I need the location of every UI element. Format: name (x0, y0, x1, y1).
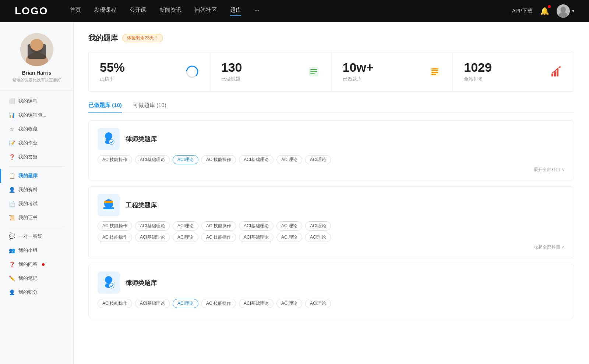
svg-rect-32 (103, 207, 114, 209)
tag-lawyer2-0[interactable]: ACI技能操作 (98, 299, 132, 308)
tag-eng-9[interactable]: ACI理论 (173, 233, 198, 242)
nav-opencourse[interactable]: 公开课 (130, 7, 146, 16)
bank-card-engineer: 工程类题库 ACI技能操作 ACI基础理论 ACI理论 ACI技能操作 ACI基… (88, 186, 574, 258)
sidebar-item-quizbank[interactable]: 📋 我的题库 (0, 169, 73, 183)
exam-icon: 📄 (9, 201, 15, 207)
stats-row: 55% 正确率 130 已做试题 (88, 52, 574, 92)
tag-eng-5[interactable]: ACI理论 (276, 221, 302, 231)
tag-eng-4[interactable]: ACI基础理论 (239, 221, 274, 231)
tag-eng-12[interactable]: ACI理论 (276, 233, 302, 242)
myqa-icon: ❓ (9, 261, 15, 267)
nav-quizbank[interactable]: 题库 (230, 7, 241, 16)
page-wrap: Brian Harris 错误的决定比没有决定要好 ⬜ 我的课程 📊 我的课程包… (0, 22, 589, 364)
tab-done-banks[interactable]: 已做题库 (10) (88, 102, 122, 113)
stat-accuracy-label: 正确率 (100, 76, 180, 82)
tag-lawyer-1-1[interactable]: ACI基础理论 (135, 155, 170, 164)
nav-more[interactable]: ··· (254, 7, 259, 16)
tag-lawyer-1-2[interactable]: ACI理论 (173, 155, 198, 164)
tag-lawyer2-4[interactable]: ACI基础理论 (239, 299, 274, 308)
notification-badge (548, 5, 551, 8)
tag-eng-3[interactable]: ACI技能操作 (201, 221, 236, 231)
stat-global-rank-label: 全站排名 (464, 76, 544, 82)
nav-discover[interactable]: 发现课程 (94, 7, 116, 16)
sidebar-item-qa[interactable]: ❓ 我的答疑 (0, 150, 73, 164)
bank-card-lawyer-1-header: 律师类题库 (98, 128, 565, 150)
tag-lawyer-1-0[interactable]: ACI技能操作 (98, 155, 132, 164)
sidebar-menu: ⬜ 我的课程 📊 我的课程包... ☆ 我的收藏 📝 我的作业 ❓ 我的答疑 📋 (0, 90, 73, 299)
tag-lawyer2-2[interactable]: ACI理论 (173, 299, 198, 308)
tag-lawyer2-1[interactable]: ACI基础理论 (135, 299, 170, 308)
nav-news[interactable]: 新闻资讯 (159, 7, 181, 16)
tag-eng-7[interactable]: ACI技能操作 (98, 233, 132, 242)
courses-icon: ⬜ (9, 98, 15, 104)
sidebar-item-homework[interactable]: 📝 我的作业 (0, 136, 73, 150)
course-package-icon: 📊 (9, 112, 15, 118)
sidebar-item-notes[interactable]: ✏️ 我的笔记 (0, 271, 73, 285)
sidebar-item-courses[interactable]: ⬜ 我的课程 (0, 94, 73, 108)
sidebar-item-course-package[interactable]: 📊 我的课程包... (0, 108, 73, 122)
svg-point-10 (189, 69, 195, 75)
app-download-label[interactable]: APP下载 (512, 8, 533, 14)
tag-lawyer2-5[interactable]: ACI理论 (276, 299, 302, 308)
points-icon: 👤 (9, 289, 15, 295)
tag-eng-8[interactable]: ACI基础理论 (135, 233, 170, 242)
homework-icon: 📝 (9, 140, 15, 146)
stat-global-rank-icon (550, 65, 563, 78)
notification-bell[interactable]: 🔔 (540, 7, 549, 15)
collapse-engineer[interactable]: 收起全部科目 ∧ (98, 244, 565, 250)
tag-lawyer2-3[interactable]: ACI技能操作 (201, 299, 236, 308)
sidebar-item-certificate[interactable]: 📜 我的证书 (0, 211, 73, 225)
bank-card-lawyer-2: 律师类题库 ACI技能操作 ACI基础理论 ACI理论 ACI技能操作 ACI基… (88, 264, 574, 318)
tag-lawyer-1-4[interactable]: ACI基础理论 (239, 155, 274, 164)
stat-accuracy-value: 55% (100, 61, 180, 74)
svg-rect-18 (431, 72, 438, 73)
svg-rect-22 (557, 69, 558, 76)
user-avatar-wrap[interactable]: ▾ (557, 4, 574, 18)
tag-lawyer-1-3[interactable]: ACI技能操作 (201, 155, 236, 164)
profile-name: Brian Harris (22, 70, 51, 76)
sidebar-item-favorites[interactable]: ☆ 我的收藏 (0, 122, 73, 136)
page-header: 我的题库 体验剩余23天！ (88, 33, 574, 43)
svg-rect-14 (310, 73, 315, 74)
tag-eng-13[interactable]: ACI理论 (305, 233, 331, 242)
navbar-right: APP下载 🔔 ▾ (512, 4, 574, 18)
sidebar-divider-2 (9, 227, 64, 227)
svg-point-7 (30, 39, 43, 51)
certificate-icon: 📜 (9, 215, 15, 221)
tag-eng-11[interactable]: ACI基础理论 (239, 233, 274, 242)
sidebar-item-group[interactable]: 👥 我的小组 (0, 243, 73, 257)
svg-rect-19 (431, 74, 436, 75)
profile-icon: 👤 (9, 187, 15, 193)
sidebar-label-group: 我的小组 (18, 247, 38, 254)
tabs-bar: 已做题库 (10) 可做题库 (10) (88, 102, 574, 113)
tag-eng-0[interactable]: ACI技能操作 (98, 221, 132, 231)
sidebar-item-profile[interactable]: 👤 我的资料 (0, 183, 73, 197)
1on1-icon: 💬 (9, 233, 15, 239)
nav-qa[interactable]: 问答社区 (195, 7, 217, 16)
svg-rect-12 (310, 69, 317, 70)
bank-title-lawyer-2: 律师类题库 (126, 279, 157, 287)
tag-eng-6[interactable]: ACI理论 (305, 221, 331, 231)
tag-eng-1[interactable]: ACI基础理论 (135, 221, 170, 231)
sidebar-item-exam[interactable]: 📄 我的考试 (0, 197, 73, 211)
tag-eng-10[interactable]: ACI技能操作 (201, 233, 236, 242)
notes-icon: ✏️ (9, 275, 15, 281)
expand-lawyer-1[interactable]: 展开全部科目 ∨ (98, 167, 565, 173)
page-title: 我的题库 (88, 33, 118, 43)
sidebar-item-points[interactable]: 👤 我的积分 (0, 285, 73, 299)
main-content: 我的题库 体验剩余23天！ 55% 正确率 (74, 22, 589, 364)
tag-lawyer2-6[interactable]: ACI理论 (305, 299, 331, 308)
tag-eng-2[interactable]: ACI理论 (173, 221, 198, 231)
nav-home[interactable]: 首页 (70, 7, 81, 16)
tag-lawyer-1-6[interactable]: ACI理论 (305, 155, 331, 164)
stat-accuracy-text: 55% 正确率 (100, 61, 180, 82)
tab-available-banks[interactable]: 可做题库 (10) (133, 102, 166, 113)
svg-rect-13 (310, 71, 317, 72)
stat-global-rank-value: 1029 (464, 61, 544, 74)
sidebar-item-myqa[interactable]: ❓ 我的问答 (0, 257, 73, 271)
svg-rect-16 (431, 68, 438, 69)
bank-card-lawyer-1-tags: ACI技能操作 ACI基础理论 ACI理论 ACI技能操作 ACI基础理论 AC… (98, 155, 565, 164)
tag-lawyer-1-5[interactable]: ACI理论 (276, 155, 302, 164)
stat-done-questions-icon (307, 65, 320, 78)
sidebar-item-1on1[interactable]: 💬 一对一答疑 (0, 229, 73, 243)
